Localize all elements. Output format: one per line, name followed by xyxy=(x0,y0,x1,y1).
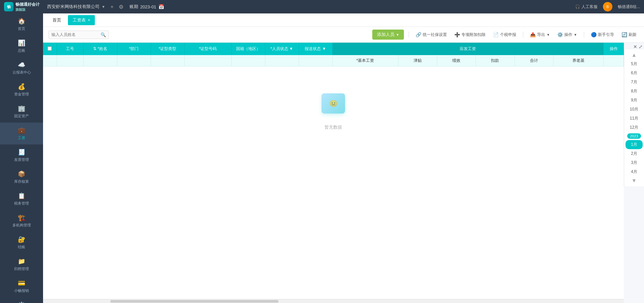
refresh-action[interactable]: 🔄 刷新 xyxy=(619,31,639,39)
tab-home[interactable]: 首页 xyxy=(47,15,67,25)
inventory-icon: 📦 xyxy=(18,170,25,178)
ledger-icon: 📊 xyxy=(18,39,25,47)
tab-close-icon[interactable]: × xyxy=(88,18,90,22)
sub-col-empty7 xyxy=(231,55,265,67)
search-icon: 🔍 xyxy=(101,32,106,37)
col-checkbox[interactable] xyxy=(43,43,56,55)
sidebar-item-cloud-report[interactable]: ☁️ 云报表中心 xyxy=(0,57,43,79)
cal-month-3[interactable]: 3月 xyxy=(624,158,644,167)
sidebar-item-expense[interactable]: 💳 小畅报销 xyxy=(0,275,43,297)
sidebar-item-inventory[interactable]: 📦 库存核算 xyxy=(0,166,43,188)
sidebar-item-tax[interactable]: 📋 税务管理 xyxy=(0,188,43,210)
sidebar-label-invoice: 发票管理 xyxy=(14,157,29,162)
expense-icon: 💳 xyxy=(18,279,25,287)
sidebar-label-archive: 归档管理 xyxy=(14,266,29,271)
col-report-status[interactable]: 报送状态 ▼ xyxy=(299,43,332,55)
col-dept: *部门 xyxy=(117,43,151,55)
sidebar-item-closing[interactable]: 🔐 结账 xyxy=(0,232,43,254)
home-icon: 🏠 xyxy=(18,17,25,25)
calendar-close-icon[interactable]: ✕ xyxy=(633,44,637,49)
cal-month-11[interactable]: 11月 xyxy=(624,114,644,123)
horizontal-scrollbar[interactable] xyxy=(43,299,624,303)
empty-state-row: 暂无数据 xyxy=(43,67,624,158)
sidebar-item-fixed-assets[interactable]: 🏢 固定资产 xyxy=(0,101,43,123)
select-all-checkbox[interactable] xyxy=(47,46,52,51)
sub-col-subsidy: 津贴 xyxy=(398,55,437,67)
sidebar-item-archive[interactable]: 📁 归档管理 xyxy=(0,254,43,275)
calendar-year-badge: 2023 xyxy=(627,133,641,139)
calendar-up-arrow[interactable]: ▲ xyxy=(630,51,638,59)
sidebar-item-settings[interactable]: ⚙️ 基础设置 xyxy=(0,297,43,303)
tab-bar: 首页 工资表 × xyxy=(43,13,644,27)
sidebar-item-salary[interactable]: 💼 工资 xyxy=(0,123,43,144)
tab-salary-table[interactable]: 工资表 × xyxy=(68,15,95,25)
sidebar-item-ledger[interactable]: 📊 总账 xyxy=(0,35,43,57)
sidebar-label-fixed: 固定资产 xyxy=(14,114,29,119)
cal-month-4[interactable]: 4月 xyxy=(624,167,644,176)
calendar-down-arrow[interactable]: ▼ xyxy=(630,176,638,185)
calendar-expand-icon[interactable]: ⤢ xyxy=(639,44,643,49)
empty-icon xyxy=(320,93,347,120)
company-selector[interactable]: 西安虾米网络科技有限公司 ▼ xyxy=(47,4,105,10)
add-company-btn[interactable]: ＋ xyxy=(109,3,115,11)
header-actions: ＋ ⚙ xyxy=(109,3,124,11)
col-wage-group: 应发工资 xyxy=(332,43,604,55)
cal-month-8[interactable]: 8月 xyxy=(624,87,644,96)
sidebar-item-fund[interactable]: 💰 资金管理 xyxy=(0,79,43,101)
sidebar: 🏠 首页 📊 总账 ☁️ 云报表中心 💰 资金管理 🏢 固定资产 💼 工资 🧾 … xyxy=(0,13,43,303)
sub-col-empty6 xyxy=(184,55,231,67)
empty-robot-illustration xyxy=(321,93,345,114)
fund-icon: 💰 xyxy=(18,83,25,90)
col-name[interactable]: ⇅ *姓名 xyxy=(83,43,117,55)
tax-report-action[interactable]: 📄 个税申报 xyxy=(491,31,518,39)
person-status-label: *人员状态 ▼ xyxy=(270,46,293,51)
cal-month-5[interactable]: 5月 xyxy=(624,59,644,69)
sidebar-label-home: 首页 xyxy=(18,26,25,31)
cal-month-10[interactable]: 10月 xyxy=(624,105,644,114)
cal-month-6[interactable]: 6月 xyxy=(624,69,644,78)
cal-month-12[interactable]: 12月 xyxy=(624,123,644,132)
cal-month-7[interactable]: 7月 xyxy=(624,78,644,87)
scrollbar-thumb[interactable] xyxy=(110,300,278,303)
add-person-button[interactable]: 添加人员 ▼ xyxy=(372,30,404,40)
tax-report-icon: 📄 xyxy=(493,32,499,37)
col-person-status[interactable]: *人员状态 ▼ xyxy=(265,43,299,55)
empty-text: 暂无数据 xyxy=(325,124,342,130)
settings-btn[interactable]: ⚙ xyxy=(118,3,124,11)
sidebar-label-expense: 小畅报销 xyxy=(14,288,29,293)
sidebar-item-home[interactable]: 🏠 首页 xyxy=(0,13,43,35)
sub-col-empty8 xyxy=(265,55,299,67)
sidebar-item-multi-org[interactable]: 🏗️ 多机构管理 xyxy=(0,210,43,232)
special-deduct-action[interactable]: ➕ 专项附加扣除 xyxy=(452,31,488,39)
top-header: 畅 畅德通好会计 旗舰版 西安虾米网络科技有限公司 ▼ ＋ ⚙ 账期 2023-… xyxy=(0,0,644,13)
guide-action[interactable]: 🔵 新手引导 xyxy=(589,31,616,39)
special-deduct-label: 专项附加扣除 xyxy=(461,32,486,38)
sub-col-empty9 xyxy=(299,55,332,67)
sub-col-deduct: 扣款 xyxy=(476,55,515,67)
social-security-icon: 🔗 xyxy=(416,32,421,37)
operations-action[interactable]: ⚙️ 操作 ▼ xyxy=(555,31,579,39)
logo-area: 畅 畅德通好会计 旗舰版 xyxy=(4,2,44,12)
calendar-icon[interactable]: 📅 xyxy=(158,4,164,9)
salary-table: 工号 ⇅ *姓名 *部门 *证型类型 *证型号码 国籍（地区） *人员状态 ▼ xyxy=(43,43,624,157)
user-name[interactable]: 畅德通B组... xyxy=(618,4,640,10)
user-avatar[interactable]: B xyxy=(603,2,612,11)
top-right: 🎧 人工客服 B 畅德通B组... xyxy=(575,2,640,11)
fixed-assets-icon: 🏢 xyxy=(18,105,25,112)
search-input[interactable] xyxy=(51,32,99,37)
sidebar-item-invoice[interactable]: 🧾 发票管理 xyxy=(0,144,43,166)
main-content: 工号 ⇅ *姓名 *部门 *证型类型 *证型号码 国籍（地区） *人员状态 ▼ xyxy=(43,43,644,303)
search-wrap: 🔍 xyxy=(48,31,109,39)
cal-month-1-active[interactable]: 1月 xyxy=(626,140,643,149)
social-security-action[interactable]: 🔗 统一社保设置 xyxy=(414,31,449,39)
cal-month-9[interactable]: 9月 xyxy=(624,96,644,105)
service-button[interactable]: 🎧 人工客服 xyxy=(575,4,598,10)
export-icon: 📤 xyxy=(530,32,536,37)
sidebar-label-closing: 结账 xyxy=(18,245,25,250)
social-security-label: 统一社保设置 xyxy=(423,32,447,38)
export-action[interactable]: 📤 导出 ▼ xyxy=(528,31,552,39)
headset-icon: 🎧 xyxy=(575,4,580,9)
invoice-icon: 🧾 xyxy=(18,148,25,156)
operations-icon: ⚙️ xyxy=(557,32,563,37)
cal-month-2[interactable]: 2月 xyxy=(624,149,644,158)
